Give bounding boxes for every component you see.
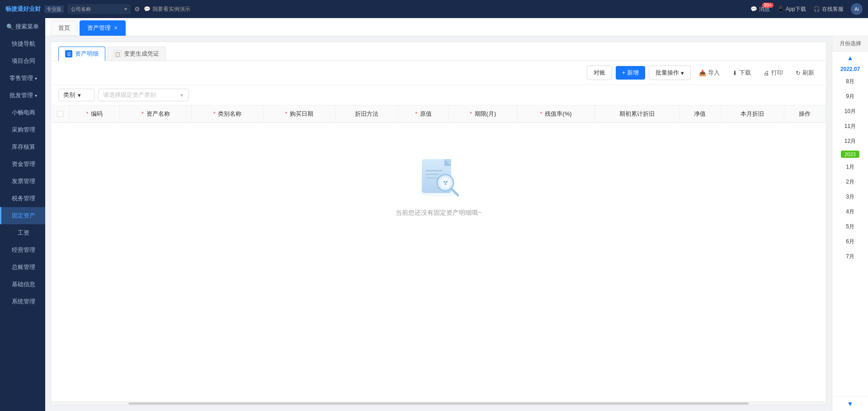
sidebar-item-tax[interactable]: 税务管理: [0, 190, 45, 207]
month-item-2023-3[interactable]: 3月: [832, 189, 868, 204]
col-action-label: 操作: [799, 110, 811, 117]
search-menu-button[interactable]: 🔍 搜索菜单: [0, 18, 45, 35]
sidebar-item-salary[interactable]: 工资: [0, 224, 45, 241]
sidebar-item-retail[interactable]: 零售管理 ▾: [0, 70, 45, 87]
sidebar-item-operations[interactable]: 经营管理: [0, 241, 45, 259]
app-title: 畅捷通好业财: [5, 5, 41, 12]
sidebar-item-general-ledger[interactable]: 总账管理: [0, 259, 45, 276]
sidebar-item-fixed-assets[interactable]: 固定资产: [0, 207, 45, 224]
app-download-button[interactable]: 📱 App下载: [777, 5, 806, 13]
col-category-name: * 类别名称: [192, 105, 264, 123]
month-nav-down-button[interactable]: ▼: [845, 399, 855, 408]
col-depreciation-method-label: 折旧方法: [355, 110, 378, 117]
month-list: 8月 9月 10月 11月 12月 2023 1月 2月 3月 4月 5月 6月…: [832, 74, 868, 396]
month-nav-up[interactable]: ▲: [832, 52, 868, 64]
toolbar-right: 对账 + 新增 批量操作 ▾ 📥 导入: [587, 66, 819, 80]
month-item-10[interactable]: 10月: [832, 104, 868, 119]
app-branding: 畅捷通好业财 专业版 公司名称 ▾ ⚙ 💬 我要看实例演示: [5, 4, 190, 14]
tab-close-icon[interactable]: ✕: [113, 25, 118, 31]
sidebar-item-ecommerce[interactable]: 小畅电商: [0, 104, 45, 121]
category-type-selector[interactable]: 类别 ▾: [58, 89, 94, 101]
month-selector-header[interactable]: 月份选择: [832, 36, 868, 52]
month-item-8[interactable]: 8月: [832, 74, 868, 89]
header-right: 💬 消息 99+ 📱 App下载 🎧 在线客服 Ai: [750, 3, 863, 15]
reconcile-button[interactable]: 对账: [587, 66, 612, 80]
period-months-required-star: *: [470, 110, 472, 117]
sidebar-item-wholesale[interactable]: 批发管理 ▾: [0, 87, 45, 104]
sidebar-item-system[interactable]: 系统管理: [0, 293, 45, 310]
import-button[interactable]: 📥 导入: [694, 66, 724, 80]
sub-tab-change-voucher[interactable]: 📋 变更生成凭证: [107, 47, 166, 61]
sidebar-item-project-contract[interactable]: 项目合同: [0, 52, 45, 70]
empty-state-cell: 当前您还没有固定资产明细哦~: [51, 123, 826, 236]
invoice-label: 发票管理: [12, 177, 35, 185]
messages-button[interactable]: 💬 消息 99+: [750, 5, 770, 13]
ecommerce-label: 小畅电商: [12, 109, 35, 117]
batch-ops-label: 批量操作: [656, 69, 679, 77]
month-item-2023-5[interactable]: 5月: [832, 219, 868, 234]
month-selector-header-label: 月份选择: [840, 40, 861, 47]
col-purchase-date-label: 购买日期: [290, 110, 313, 117]
tax-label: 税务管理: [12, 194, 35, 203]
message-icon: 💬: [750, 6, 757, 12]
tab-home[interactable]: 首页: [51, 20, 78, 36]
online-service-button[interactable]: 🎧 在线客服: [813, 5, 844, 13]
search-icon: 🔍: [6, 24, 14, 30]
download-button[interactable]: ⬇ 下载: [728, 66, 755, 80]
sidebar-item-fund[interactable]: 资金管理: [0, 156, 45, 173]
table-header: * 编码 * 资产名称 * 类别名称: [51, 105, 826, 123]
print-button[interactable]: 🖨 打印: [759, 66, 788, 80]
demo-link[interactable]: 💬 我要看实例演示: [144, 5, 190, 13]
col-asset-name-label: 资产名称: [146, 110, 170, 117]
svg-rect-4: [425, 174, 439, 175]
month-item-2023-2[interactable]: 2月: [832, 175, 868, 189]
tab-asset-management[interactable]: 资产管理 ✕: [80, 20, 126, 36]
col-period-cumulative-depreciation-label: 期初累计折旧: [619, 110, 655, 117]
sub-tab-asset-detail[interactable]: ☰ 资产明细: [58, 47, 105, 61]
page-content: ☰ 资产明细 📋 变更生成凭证 对账 + 新增: [45, 36, 868, 411]
add-button[interactable]: + 新增: [616, 66, 645, 80]
month-nav-up-button[interactable]: ▲: [845, 53, 855, 62]
scrollbar-thumb[interactable]: [128, 402, 748, 405]
month-item-12[interactable]: 12月: [832, 134, 868, 149]
horizontal-scrollbar[interactable]: [51, 402, 826, 405]
settings-button[interactable]: ⚙: [134, 5, 140, 13]
month-item-2023-1[interactable]: 1月: [832, 160, 868, 175]
sidebar-item-invoice[interactable]: 发票管理: [0, 173, 45, 190]
svg-point-9: [443, 181, 445, 183]
month-item-2023-4[interactable]: 4月: [832, 204, 868, 219]
col-monthly-depreciation-label: 本月折旧: [741, 110, 764, 117]
add-label: + 新增: [622, 69, 639, 77]
asset-category-selector[interactable]: 请选择固定资产类别 ▾: [98, 89, 189, 101]
empty-state: 当前您还没有固定资产明细哦~: [51, 123, 826, 235]
content-area: 首页 资产管理 ✕ ☰ 资产明细 📋 变更生成凭证: [45, 18, 868, 411]
select-all-checkbox[interactable]: [57, 111, 63, 117]
sidebar-item-purchase[interactable]: 采购管理: [0, 121, 45, 138]
sidebar-item-basic-info[interactable]: 基础信息: [0, 276, 45, 293]
col-residual-rate-label: 残值率(%): [545, 110, 571, 117]
top-bar: 畅捷通好业财 专业版 公司名称 ▾ ⚙ 💬 我要看实例演示 💬 消息 99+ 📱…: [0, 0, 868, 18]
month-item-2023-7[interactable]: 7月: [832, 249, 868, 264]
col-period-cumulative-depreciation: 期初累计折旧: [595, 105, 679, 123]
year-2022-label: 2022.07: [832, 64, 868, 74]
month-item-2023-6[interactable]: 6月: [832, 234, 868, 249]
asset-table: * 编码 * 资产名称 * 类别名称: [51, 105, 826, 235]
asset-detail-tab-icon: ☰: [65, 50, 72, 57]
sidebar-item-inventory[interactable]: 库存核算: [0, 138, 45, 156]
month-nav-down[interactable]: ▼: [832, 396, 868, 411]
main-panel: ☰ 资产明细 📋 变更生成凭证 对账 + 新增: [51, 42, 826, 406]
sidebar-item-quick-nav[interactable]: 快捷导航: [0, 35, 45, 52]
user-avatar[interactable]: Ai: [851, 3, 863, 15]
sub-tabs: ☰ 资产明细 📋 变更生成凭证: [51, 42, 826, 61]
refresh-icon: ↻: [796, 70, 801, 76]
retail-arrow-icon: ▾: [35, 76, 37, 81]
table-body: 当前您还没有固定资产明细哦~: [51, 123, 826, 236]
batch-ops-button[interactable]: 批量操作 ▾: [649, 66, 691, 80]
code-required-star: *: [86, 110, 89, 117]
month-item-11[interactable]: 11月: [832, 119, 868, 134]
col-original-value: * 原值: [398, 105, 449, 123]
purchase-date-required-star: *: [285, 110, 288, 117]
refresh-button[interactable]: ↻ 刷新: [791, 66, 819, 80]
company-selector[interactable]: 公司名称 ▾: [67, 4, 131, 14]
month-item-9[interactable]: 9月: [832, 89, 868, 104]
